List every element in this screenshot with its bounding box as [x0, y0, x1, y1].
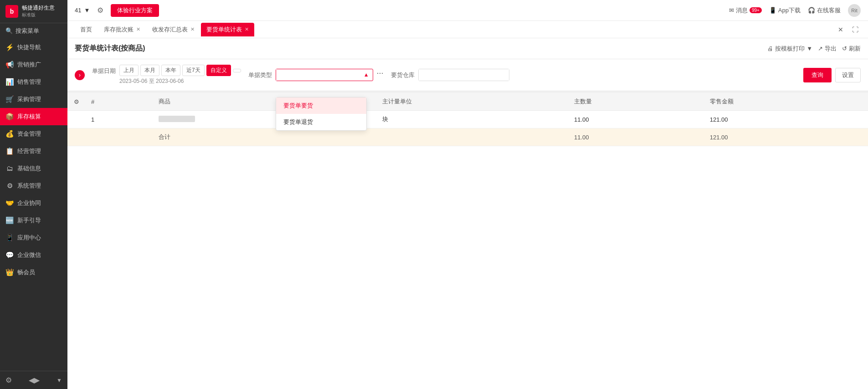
sidebar-item-finance[interactable]: 💰 资金管理: [0, 125, 67, 143]
export-icon: ↗: [818, 45, 823, 52]
footer-label: 合计: [153, 128, 377, 146]
date-btn-this-month[interactable]: 本月: [140, 65, 159, 76]
app-title: 畅捷通好生意: [22, 5, 55, 12]
date-filter-section: 单据日期 上月 本月 本年 近7天 自定义 2023-05-06 至 2023-…: [92, 65, 241, 85]
dropdown-item-order-return[interactable]: 要货单退货: [276, 114, 366, 130]
app-subtitle: 标准版: [22, 12, 55, 18]
dropdown-item-order-purchase[interactable]: 要货单要货: [276, 97, 366, 114]
row-num: 1: [86, 111, 153, 128]
sidebar-item-label: 营销推广: [17, 61, 41, 69]
export-button[interactable]: ↗ 导出: [818, 45, 837, 53]
date-range-display: 2023-05-06 至 2023-06-06: [119, 77, 241, 85]
print-button[interactable]: 🖨 按模板打印 ▼: [767, 45, 812, 53]
sidebar-item-label: 畅会员: [17, 268, 35, 276]
type-filter-section: 单据类型 ▲ ··· 要货单要货 要货单退货: [248, 69, 384, 82]
table-footer-row: 合计 11.00 121.00: [67, 128, 868, 146]
settings-button[interactable]: ⚙: [94, 5, 106, 16]
date-btn-last-7[interactable]: 近7天: [182, 65, 205, 76]
warehouse-input[interactable]: [419, 69, 509, 81]
settings-icon[interactable]: ⚙: [5, 376, 12, 384]
sidebar-logo: b 畅捷通好生意 标准版: [0, 0, 67, 23]
service-icon: 🎧: [808, 7, 815, 14]
sales-icon: 📊: [5, 78, 14, 86]
tab-inventory-batch-label: 库存批次账: [104, 26, 134, 34]
close-all-tabs-button[interactable]: ✕: [835, 24, 846, 35]
tab-receive-summary[interactable]: 收发存汇总表 ✕: [147, 23, 200, 36]
system-icon: ⚙: [5, 182, 14, 190]
tab-order-summary[interactable]: 要货单统计表 ✕: [201, 23, 254, 36]
sidebar-item-system[interactable]: ⚙ 系统管理: [0, 177, 67, 194]
message-label: 消息: [736, 6, 748, 15]
app-center-icon: 📱: [5, 234, 14, 242]
sidebar-item-label: 新手引导: [17, 216, 41, 225]
scroll-down-arrow[interactable]: ▼: [56, 377, 62, 384]
sidebar-item-inventory[interactable]: 📦 库存核算: [0, 108, 67, 125]
page-content: 要货单统计表(按商品) 🖨 按模板打印 ▼ ↗ 导出 ↺ 刷新 ›: [67, 38, 868, 389]
tab-inventory-batch-close[interactable]: ✕: [136, 26, 140, 32]
footer-empty1: [67, 128, 86, 146]
tab-receive-summary-close[interactable]: ✕: [190, 26, 195, 32]
sidebar-item-member[interactable]: 👑 畅会员: [0, 264, 67, 281]
tab-inventory-batch[interactable]: 库存批次账 ✕: [98, 23, 146, 36]
tab-home[interactable]: 首页: [75, 23, 98, 36]
sidebar-item-marketing[interactable]: 📢 营销推广: [0, 56, 67, 73]
page-title: 要货单统计表(按商品): [75, 44, 145, 53]
type-dropdown-arrow[interactable]: ▲: [360, 72, 373, 78]
sidebar-item-guide[interactable]: 🆕 新手引导: [0, 212, 67, 229]
table-header-row: ⚙ # 商品 主计量单位 主数量 零售金额: [67, 93, 868, 111]
col-settings[interactable]: ⚙: [67, 93, 86, 111]
user-avatar[interactable]: Rit: [848, 4, 861, 17]
top-header: 41 ▼ ⚙ 体验行业方案 ✉ 消息 99+ 📱 App下载 🎧 在线客服 Ri…: [67, 0, 868, 21]
sidebar: b 畅捷通好生意 标准版 🔍 搜索菜单 ⚡ 快捷导航 📢 营销推广 📊 销售管理…: [0, 0, 67, 389]
refresh-button[interactable]: ↺ 刷新: [842, 45, 861, 53]
query-button[interactable]: 查询: [803, 68, 832, 82]
enterprise-icon: 🤝: [5, 199, 14, 207]
filter-settings-button[interactable]: 设置: [835, 68, 861, 82]
collapse-icon[interactable]: ◀▶: [29, 376, 40, 384]
sidebar-item-sales[interactable]: 📊 销售管理: [0, 73, 67, 91]
sidebar-item-enterprise[interactable]: 🤝 企业协同: [0, 194, 67, 212]
footer-empty3: [377, 128, 569, 146]
filter-expand-button[interactable]: ›: [75, 70, 85, 80]
sidebar-item-app-center[interactable]: 📱 应用中心: [0, 229, 67, 246]
footer-amount: 121.00: [704, 128, 868, 146]
sidebar-item-label: 采购管理: [17, 95, 41, 103]
trial-button[interactable]: 体验行业方案: [111, 4, 159, 17]
tab-order-summary-close[interactable]: ✕: [245, 26, 249, 32]
type-more-button[interactable]: ···: [377, 69, 384, 77]
sidebar-item-label: 快捷导航: [17, 43, 41, 51]
type-input[interactable]: [276, 69, 360, 81]
print-label: 按模板打印: [775, 45, 805, 53]
sidebar-item-operation[interactable]: 📋 经营管理: [0, 143, 67, 160]
date-btn-last-month[interactable]: 上月: [119, 65, 139, 76]
maximize-button[interactable]: ⛶: [850, 24, 861, 35]
wechat-icon: 💬: [5, 251, 14, 259]
refresh-label: 刷新: [849, 45, 861, 53]
message-icon: ✉: [729, 7, 734, 14]
finance-icon: 💰: [5, 130, 14, 138]
header-right: ✉ 消息 99+ 📱 App下载 🎧 在线客服 Rit: [729, 4, 861, 17]
company-selector[interactable]: 41 ▼: [75, 7, 90, 14]
footer-empty2: [86, 128, 153, 146]
date-btn-more[interactable]: 自定义: [206, 65, 231, 76]
app-logo-icon: b: [5, 5, 18, 18]
message-item[interactable]: ✉ 消息 99+: [729, 6, 762, 15]
sidebar-search[interactable]: 🔍 搜索菜单: [0, 23, 67, 39]
app-download-item[interactable]: 📱 App下载: [769, 6, 801, 15]
date-btn-this-year[interactable]: 本年: [161, 65, 180, 76]
type-dropdown[interactable]: ▲: [276, 69, 373, 81]
main-content: 41 ▼ ⚙ 体验行业方案 ✉ 消息 99+ 📱 App下载 🎧 在线客服 Ri…: [67, 0, 868, 389]
sidebar-item-basic[interactable]: 🗂 基础信息: [0, 160, 67, 177]
purchase-icon: 🛒: [5, 95, 14, 103]
sidebar-item-wechat[interactable]: 💬 企业微信: [0, 246, 67, 264]
company-name: 41: [75, 7, 81, 14]
sidebar-item-purchase[interactable]: 🛒 采购管理: [0, 91, 67, 108]
warehouse-filter-section: 要货仓库: [391, 69, 509, 82]
sidebar-item-quick-nav[interactable]: ⚡ 快捷导航: [0, 39, 67, 56]
online-service-item[interactable]: 🎧 在线客服: [808, 6, 841, 15]
date-btn-custom[interactable]: [233, 69, 241, 72]
sidebar-item-label: 企业协同: [17, 199, 41, 207]
type-dropdown-popup: 要货单要货 要货单退货: [276, 97, 367, 131]
search-icon: 🔍: [5, 27, 13, 34]
tabs-bar: 首页 库存批次账 ✕ 收发存汇总表 ✕ 要货单统计表 ✕ ✕ ⛶: [67, 21, 868, 38]
